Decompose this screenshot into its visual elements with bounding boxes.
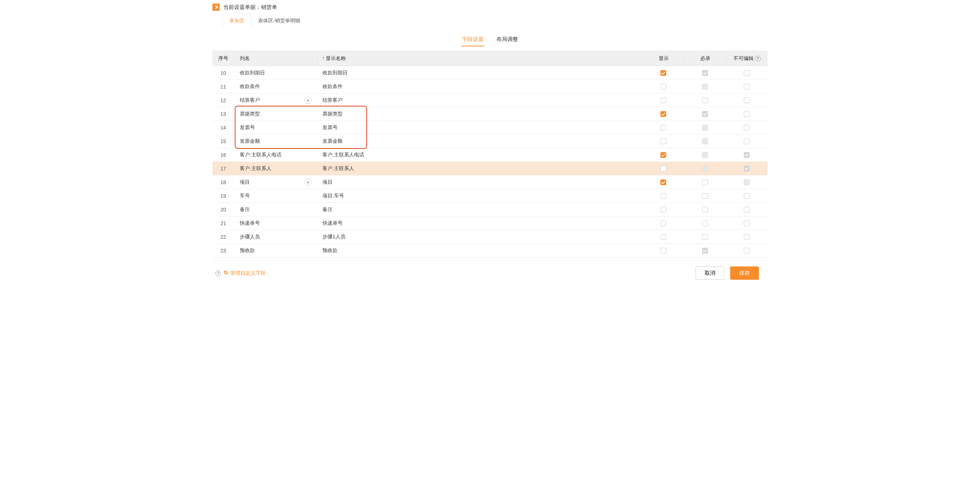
checkbox-readonly[interactable] [744,125,749,131]
checkbox-visible[interactable] [660,207,666,213]
checkbox-readonly[interactable] [744,234,749,240]
page-header: 当前设置单据： 销货单 [212,0,768,14]
plus-icon[interactable]: + [304,97,312,104]
table-row[interactable]: 19车号项目.车号 [212,189,768,203]
checkbox-visible[interactable] [660,152,666,158]
row-display-cell[interactable]: 客户.主联系人电话 [317,152,643,158]
table-row[interactable]: 11收款条件收款条件 [212,80,768,94]
checkbox-readonly[interactable] [744,207,749,213]
row-name-cell: 备注 [234,206,317,213]
checkbox-readonly[interactable] [744,220,749,226]
checkbox-required [702,166,708,172]
checkbox-required [702,125,708,131]
row-name-cell: 票据类型 [234,111,317,117]
col-header-readonly: 不可编辑 ? [726,56,768,62]
checkbox-readonly [744,152,749,158]
checkbox-required[interactable] [702,220,708,226]
subtab-field-settings[interactable]: 字段设置 [461,35,484,46]
row-name-cell: 发票号 [234,124,317,131]
row-display-cell[interactable]: 发票金额 [317,138,643,145]
expand-icon[interactable] [212,3,220,11]
cancel-button[interactable]: 取消 [696,266,724,280]
table-row[interactable]: 14发票号发票号 [212,121,768,134]
checkbox-readonly[interactable] [744,70,749,76]
table-row[interactable]: 15发票金额发票金额 [212,134,768,148]
save-button[interactable]: 保存 [730,266,759,280]
table-row[interactable]: 22步骤人员步骤1人员 [212,230,768,244]
checkbox-required [702,84,708,89]
row-display-cell[interactable]: 步骤1人员 [317,234,643,240]
row-display-cell[interactable]: 项目.车号 [317,193,643,199]
checkbox-readonly[interactable] [744,111,749,117]
plus-icon[interactable]: + [304,179,312,186]
checkbox-required[interactable] [702,234,708,240]
row-seq: 14 [212,125,234,131]
table-row[interactable]: 10收款到期日收款到期日 [212,66,768,80]
row-display-cell[interactable]: 客户.主联系人 [317,166,643,172]
table-row[interactable]: 16客户.主联系人电话客户.主联系人电话 [212,148,768,162]
checkbox-visible[interactable] [660,166,666,172]
row-name-label: 客户.主联系人电话 [240,152,282,158]
checkbox-readonly[interactable] [744,84,749,89]
checkbox-required [702,152,708,158]
row-display-cell[interactable]: 票据类型 [317,111,643,117]
checkbox-visible[interactable] [660,248,666,253]
row-display-cell[interactable]: 发票号 [317,124,643,131]
checkbox-visible[interactable] [660,125,666,131]
table-row[interactable]: 13票据类型票据类型 [212,107,768,121]
row-seq: 16 [212,152,234,158]
row-display-cell[interactable]: 收款条件 [317,83,643,90]
subtab-layout-adjust[interactable]: 布局调整 [496,35,519,46]
row-display-cell[interactable]: 收款到期日 [317,70,643,76]
checkbox-readonly[interactable] [744,139,749,144]
checkbox-visible[interactable] [660,111,666,117]
checkbox-required[interactable] [702,193,708,199]
row-seq: 11 [212,84,234,89]
checkbox-visible[interactable] [660,70,666,76]
row-seq: 15 [212,139,234,144]
row-display-cell[interactable]: 项目 [317,179,643,186]
row-seq: 18 [212,180,234,185]
table-row[interactable]: 12结算客户+结算客户 [212,94,768,107]
checkbox-readonly[interactable] [744,97,749,103]
checkbox-visible[interactable] [660,234,666,240]
tab-body-region[interactable]: 表体区-销货单明细 [251,14,307,28]
footer-help-icon[interactable]: ? [215,271,221,276]
checkbox-visible[interactable] [660,84,666,89]
manage-custom-fields-link[interactable]: 管理自定义字段 [231,270,266,277]
checkbox-required[interactable] [702,97,708,103]
row-seq: 22 [212,234,234,240]
row-name-cell: 项目+ [234,179,317,186]
checkbox-visible[interactable] [660,193,666,199]
region-tabs: 表头区 表体区-销货单明细 [212,14,768,28]
row-name-label: 发票号 [240,124,255,131]
checkbox-readonly[interactable] [744,248,749,253]
fields-table: 序号 列名 * 显示名称 显示 必录 不可编辑 ? 10收款到期日收款到期日11… [212,51,768,258]
help-icon[interactable]: ? [755,56,761,62]
col-header-seq: 序号 [212,56,234,62]
checkbox-visible[interactable] [660,220,666,226]
table-row[interactable]: 21快递单号快递单号 [212,217,768,230]
checkbox-visible[interactable] [660,180,666,185]
table-row[interactable]: 17客户.主联系人客户.主联系人 [212,162,768,175]
row-display-cell[interactable]: 结算客户 [317,97,643,103]
table-row[interactable]: 18项目+项目 [212,175,768,189]
table-row[interactable]: 23预收款预收款 [212,244,768,258]
row-display-cell[interactable]: 备注 [317,206,643,213]
checkbox-required[interactable] [702,180,708,185]
checkbox-visible[interactable] [660,139,666,144]
gear-icon [223,270,228,276]
header-doc-name: 销货单 [261,4,277,11]
row-seq: 21 [212,220,234,226]
checkbox-readonly [744,166,749,172]
table-row[interactable]: 20备注备注 [212,203,768,217]
checkbox-required[interactable] [702,207,708,213]
checkbox-required [702,139,708,144]
row-display-cell[interactable]: 预收款 [317,247,643,254]
row-display-cell[interactable]: 快递单号 [317,220,643,226]
tab-header-region[interactable]: 表头区 [223,14,251,28]
row-name-label: 备注 [240,206,250,213]
checkbox-visible[interactable] [660,97,666,103]
checkbox-readonly[interactable] [744,193,749,199]
row-name-cell: 收款条件 [234,83,317,90]
